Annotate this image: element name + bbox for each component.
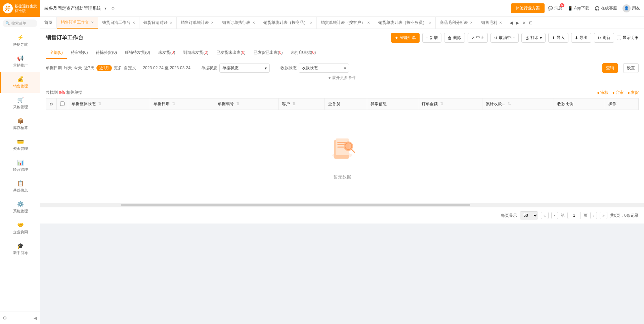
industry-solution-button[interactable]: 体验行业方案 (511, 3, 545, 13)
filter-date-today[interactable]: 今天 (74, 65, 82, 71)
filter-date-yesterday[interactable]: 昨天 (64, 65, 72, 71)
settings-button[interactable]: ⚙ (3, 315, 7, 321)
tab-close-sales-workbench[interactable]: ✕ (91, 21, 94, 24)
export-button[interactable]: ⬇ 导出 (571, 33, 591, 43)
pagination-prev[interactable]: ‹ (551, 212, 558, 219)
th-settings[interactable]: ⚙ (46, 98, 57, 110)
batch-cancel-review-link[interactable]: ● 弃审 (612, 90, 624, 95)
pagination-last[interactable]: » (600, 212, 607, 219)
tab-close-sales-summary-staff[interactable]: ✕ (429, 21, 431, 25)
filter-date-7days[interactable]: 近7天 (84, 65, 94, 71)
tab-close-cash-daily[interactable]: ✕ (132, 21, 135, 25)
tab-sales-more[interactable]: 销售毛利 ✕ (477, 17, 506, 29)
filter-date-more[interactable]: 更多 (114, 65, 122, 71)
tab-sales-exec[interactable]: 销售订单执行表 ✕ (218, 17, 259, 29)
tab-sales-summary-customer[interactable]: 销货单统计表（按客户） ✕ (317, 17, 374, 29)
batch-ship-link[interactable]: ● 发货 (628, 90, 639, 95)
sidebar-item-finance[interactable]: 💳 资金管理 (0, 134, 40, 155)
sidebar-item-guide[interactable]: 🎓 新手引导 (0, 239, 40, 259)
module-dropdown[interactable]: ▾ (104, 6, 106, 11)
tab-sales-workbench[interactable]: 销售订单工作台 ✕ (57, 17, 98, 29)
tab-close-sales-stats[interactable]: ✕ (211, 21, 214, 25)
filter-payment-select[interactable]: 收款状态 ▾ (299, 64, 349, 73)
sidebar-item-quick-nav[interactable]: ⚡ 快捷导航 (0, 30, 40, 51)
message-button[interactable]: 💬 消息 6 (548, 5, 562, 11)
tab-product-margin[interactable]: 商品毛利分析表 ✕ (436, 17, 477, 29)
tab-close-product-margin[interactable]: ✕ (470, 21, 473, 25)
sidebar-item-sales[interactable]: 💰 销售管理 (0, 72, 40, 93)
tab-scroll-left[interactable]: ◀ (508, 20, 514, 26)
import-button[interactable]: ⬆ 导入 (548, 33, 568, 43)
sidebar-item-operations[interactable]: 📊 经营管理 (0, 155, 40, 176)
batch-review-link[interactable]: ● 审核 (597, 90, 608, 95)
filter-date-custom[interactable]: 自定义 (124, 65, 136, 71)
tab-close-all[interactable]: ✕ (521, 20, 527, 26)
tab-cash-reconcile[interactable]: 钱货日清对账 ✕ (139, 17, 177, 29)
sidebar-bottom: ⚙ ◀ (0, 312, 40, 324)
settings-gear-icon[interactable]: ⚙ (111, 6, 115, 11)
add-button[interactable]: + 新增 (422, 33, 441, 43)
cancel-stop-button[interactable]: ↺ 取消中止 (490, 33, 519, 43)
sub-tab-pending-review[interactable]: 待审核(0) (67, 47, 92, 59)
sidebar-item-marketing[interactable]: 📢 营销推广 (0, 51, 40, 72)
search-input[interactable]: 🔍 搜索菜单 (3, 19, 37, 27)
tab-fullscreen[interactable]: ⊡ (528, 20, 534, 26)
query-button[interactable]: 查询 (602, 63, 618, 73)
filter-expand-button[interactable]: ▾ 展开更多条件 (46, 73, 639, 83)
filter-status-select[interactable]: 单据状态 ▾ (219, 64, 270, 73)
th-checkbox[interactable] (57, 98, 68, 110)
print-button[interactable]: 🖨 打印 ▾ (521, 33, 546, 43)
sub-tab-shipped-out[interactable]: 已发货已出库(0) (250, 47, 287, 59)
tab-close-sales-exec[interactable]: ✕ (252, 21, 255, 25)
tab-close-cash-reconcile[interactable]: ✕ (170, 21, 172, 25)
sidebar-item-purchase[interactable]: 🛒 采购管理 (0, 93, 40, 114)
pagination-first[interactable]: « (541, 212, 549, 219)
per-page-select[interactable]: 50 10 20 100 (520, 211, 538, 219)
scrollbar-thumb[interactable] (121, 204, 470, 206)
sidebar-item-enterprise[interactable]: 🤝 企业协同 (0, 218, 40, 239)
page-input[interactable] (567, 212, 581, 219)
tab-sales-summary-product[interactable]: 销货单统计表（按商品） ✕ (259, 17, 317, 29)
sub-tab-expired[interactable]: 到期未发货(0) (179, 47, 212, 59)
tab-scroll-right[interactable]: ▶ (515, 20, 520, 26)
tab-close-sales-summary-customer[interactable]: ✕ (367, 21, 370, 25)
app-download-button[interactable]: 📱 App下载 (568, 5, 589, 11)
tab-cash-daily[interactable]: 钱货日清工作台 ✕ (98, 17, 139, 29)
tab-home[interactable]: 首页 (40, 17, 57, 29)
sub-tab-wangpu[interactable]: 旺铺待发货(0) (121, 47, 154, 59)
sort-collected-icon[interactable]: ⇅ (508, 102, 511, 106)
pagination-next[interactable]: › (590, 212, 597, 219)
sort-customer-icon[interactable]: ⇅ (292, 102, 296, 106)
show-detail-checkbox[interactable] (617, 36, 621, 40)
filter-settings-button[interactable]: 设置 (623, 63, 639, 73)
sidebar-item-inventory[interactable]: 📦 库存核算 (0, 114, 40, 134)
filter-date-month[interactable]: 近1月 (96, 65, 112, 71)
sub-tab-not-shipped[interactable]: 未发货(0) (154, 47, 179, 59)
sidebar-item-basic[interactable]: 📋 基础信息 (0, 176, 40, 197)
show-detail-checkbox-label[interactable]: 显示明细 (617, 35, 639, 41)
collapse-button[interactable]: ◀ (34, 315, 37, 321)
sort-status-icon[interactable]: ⇅ (98, 102, 101, 106)
delete-button[interactable]: 🗑 删除 (444, 33, 465, 43)
sub-tab-not-printed[interactable]: 未打印单据(0) (287, 47, 320, 59)
stop-button[interactable]: ⊘ 中止 (468, 33, 488, 43)
user-menu[interactable]: 👤 用友 (622, 4, 640, 12)
online-service-button[interactable]: 🎧 在线客服 (595, 5, 617, 11)
tab-close-sales-more[interactable]: ✕ (499, 21, 502, 25)
refresh-button[interactable]: ↻ 刷新 (594, 33, 614, 43)
sort-date-icon[interactable]: ⇅ (172, 102, 175, 106)
sort-amount-icon[interactable]: ⇅ (440, 102, 443, 106)
horizontal-scrollbar[interactable] (40, 203, 644, 207)
select-all-checkbox[interactable] (60, 102, 65, 106)
main-area: 装备及固定资产辅助管理系统 ▾ ⚙ 体验行业方案 💬 消息 6 📱 App下载 … (40, 0, 644, 324)
tab-sales-summary-staff[interactable]: 销货单统计表（按业务员） ✕ (374, 17, 436, 29)
sub-tab-pending-inspect[interactable]: 待拣验货(0) (92, 47, 121, 59)
refresh-icon: ↻ (598, 36, 601, 40)
sort-number-icon[interactable]: ⇅ (236, 102, 240, 106)
sidebar-item-system[interactable]: ⚙️ 系统管理 (0, 197, 40, 218)
tab-sales-stats[interactable]: 销售订单统计表 ✕ (177, 17, 218, 29)
smart-create-button[interactable]: ★ 智能生单 (391, 33, 420, 43)
tab-close-sales-summary-product[interactable]: ✕ (310, 21, 312, 25)
sub-tab-shipped-not-out[interactable]: 已发货未出库(0) (212, 47, 250, 59)
sub-tab-all[interactable]: 全部(0) (46, 47, 67, 59)
